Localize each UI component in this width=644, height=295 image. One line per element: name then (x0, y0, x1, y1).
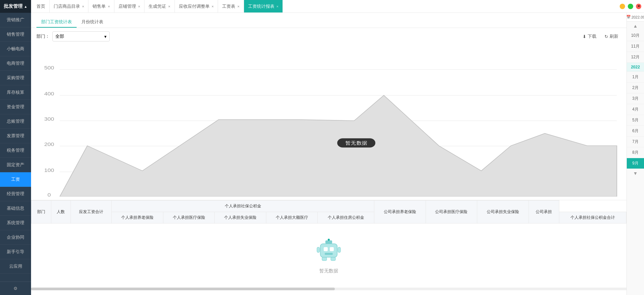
tab-close-icon[interactable]: × (168, 4, 170, 8)
tabs-container: 首页门店商品目录×销售单×店铺管理×生成凭证×应收应付调整单×工资表×工资统计报… (32, 0, 620, 13)
svg-rect-17 (330, 247, 334, 251)
window-controls: ✕ (620, 4, 644, 9)
date-year-marker: 2022 (627, 63, 644, 72)
sidebar-item-经营管理[interactable]: 经营管理 (0, 187, 31, 201)
sidebar-item-总账管理[interactable]: 总账管理 (0, 114, 31, 129)
empty-state: 暂无数据 (31, 224, 626, 288)
empty-icon (315, 237, 342, 264)
tab-销售单[interactable]: 销售单× (88, 0, 114, 13)
sidebar-item-小畅电商[interactable]: 小畅电商 (0, 42, 31, 56)
sub-tab-部门工资统计表[interactable]: 部门工资统计表 (36, 17, 77, 28)
svg-text:暂无数据: 暂无数据 (345, 140, 367, 145)
date-month-11月[interactable]: 11月 (627, 41, 644, 52)
sidebar: 批发管理 ▲ 营销推广销售管理小畅电商电商管理采购管理库存核算资金管理总账管理发… (0, 0, 31, 295)
tab-生成凭证[interactable]: 生成凭证× (144, 0, 175, 13)
sidebar-item-税务管理[interactable]: 税务管理 (0, 143, 31, 158)
sidebar-item-基础信息[interactable]: 基础信息 (0, 201, 31, 216)
maximize-button[interactable] (628, 4, 633, 9)
sidebar-item-采购管理[interactable]: 采购管理 (0, 71, 31, 85)
tab-close-icon[interactable]: × (108, 4, 110, 8)
sub-tab-bar: 部门工资统计表月份统计表 (31, 13, 626, 28)
sidebar-item-固定资产[interactable]: 固定资产 (0, 158, 31, 172)
horizontal-scrollbar[interactable] (31, 288, 626, 290)
tab-工资表[interactable]: 工资表× (218, 0, 244, 13)
sidebar-item-营销推广[interactable]: 营销推广 (0, 13, 31, 27)
tab-门店商品目录[interactable]: 门店商品目录× (50, 0, 88, 13)
svg-rect-16 (324, 247, 328, 251)
date-panel: 📅 2022.09 ▲ 10月11月12月20221月2月3月4月5月6月7月8… (626, 13, 644, 295)
tab-close-icon[interactable]: × (82, 4, 84, 8)
sub-tabs-container: 部门工资统计表月份统计表 (36, 17, 108, 28)
date-month-3月[interactable]: 3月 (627, 93, 644, 104)
tab-close-icon[interactable]: × (237, 4, 239, 8)
sidebar-item-新手引导[interactable]: 新手引导 (0, 245, 31, 259)
sidebar-item-云应用[interactable]: 云应用 (0, 259, 31, 274)
dept-select[interactable]: 全部 ▾ (52, 31, 110, 41)
chart-area: 0 100 200 300 400 500 (31, 45, 626, 200)
date-month-9月[interactable]: 9月 (627, 158, 644, 169)
tab-label: 工资表 (222, 3, 235, 9)
sidebar-header[interactable]: 批发管理 ▲ (0, 0, 31, 13)
svg-text:400: 400 (44, 91, 54, 96)
tab-close-icon[interactable]: × (276, 4, 278, 8)
page-content: 部门工资统计表月份统计表 部门： 全部 ▾ ⬇ 下载 (31, 13, 626, 295)
close-button[interactable]: ✕ (636, 4, 641, 9)
th-company-other: 公司承担 (529, 201, 559, 224)
settings-icon: ⚙ (14, 286, 18, 291)
table-header-row1: 部门 人数 应发工资合计 个人承担社保公积金 公司承担养老保险 公司承担医疗保险… (31, 201, 626, 212)
svg-text:500: 500 (44, 65, 54, 70)
tab-label: 工资统计报表 (248, 3, 274, 9)
date-nav-up[interactable]: ▲ (627, 22, 644, 30)
tab-label: 生成凭证 (149, 3, 166, 9)
action-buttons: ⬇ 下载 ↻ 刷新 (580, 32, 621, 41)
sidebar-item-企业协同[interactable]: 企业协同 (0, 230, 31, 245)
tab-店铺管理[interactable]: 店铺管理× (114, 0, 144, 13)
sidebar-item-销售管理[interactable]: 销售管理 (0, 27, 31, 42)
dept-value: 全部 (55, 33, 64, 39)
sidebar-item-库存核算[interactable]: 库存核算 (0, 85, 31, 100)
tab-close-icon[interactable]: × (212, 4, 214, 8)
minimize-button[interactable] (620, 4, 625, 9)
refresh-button[interactable]: ↻ 刷新 (602, 32, 621, 41)
sidebar-arrow-icon: ▲ (24, 5, 27, 8)
tab-首页[interactable]: 首页 (32, 0, 50, 13)
sidebar-item-资金管理[interactable]: 资金管理 (0, 100, 31, 114)
year-display: 2022.09 (632, 15, 644, 19)
th-company-medical: 公司承担医疗保险 (426, 201, 477, 224)
sidebar-item-电商管理[interactable]: 电商管理 (0, 56, 31, 71)
tab-应收应付调整单[interactable]: 应收应付调整单× (175, 0, 218, 13)
sidebar-title: 批发管理 (4, 3, 23, 9)
tab-close-icon[interactable]: × (138, 4, 140, 8)
date-nav-down[interactable]: ▼ (627, 169, 644, 178)
date-month-10月[interactable]: 10月 (627, 30, 644, 41)
date-month-8月[interactable]: 8月 (627, 147, 644, 158)
sidebar-item-系统管理[interactable]: 系统管理 (0, 216, 31, 230)
date-month-5月[interactable]: 5月 (627, 115, 644, 126)
tab-label: 店铺管理 (118, 3, 136, 9)
date-month-4月[interactable]: 4月 (627, 104, 644, 115)
th-personal-housing-fund: 个人承担住房公积金 (318, 212, 374, 224)
svg-rect-18 (325, 253, 333, 255)
download-label: 下载 (588, 33, 596, 39)
download-button[interactable]: ⬇ 下载 (580, 32, 599, 41)
date-month-1月[interactable]: 1月 (627, 72, 644, 83)
sidebar-items: 营销推广销售管理小畅电商电商管理采购管理库存核算资金管理总账管理发票管理税务管理… (0, 13, 31, 274)
chevron-down-icon: ▾ (104, 34, 107, 39)
table-section[interactable]: 部门 人数 应发工资合计 个人承担社保公积金 公司承担养老保险 公司承担医疗保险… (31, 200, 626, 295)
svg-text:200: 200 (44, 142, 54, 147)
th-dept: 部门 (31, 201, 51, 224)
sidebar-item-工资[interactable]: 工资 (0, 172, 31, 187)
date-month-12月[interactable]: 12月 (627, 52, 644, 63)
sidebar-item-发票管理[interactable]: 发票管理 (0, 129, 31, 143)
th-personal-total: 个人承担社保公积金合计 (559, 212, 626, 224)
sub-tab-月份统计表[interactable]: 月份统计表 (77, 17, 108, 28)
svg-rect-24 (322, 257, 327, 261)
sidebar-footer[interactable]: ⚙ (0, 282, 31, 295)
tab-工资统计报表[interactable]: 工资统计报表× (244, 0, 283, 13)
date-month-7月[interactable]: 7月 (627, 137, 644, 147)
calendar-icon: 📅 (626, 15, 631, 19)
date-panel-year-display: 📅 2022.09 (627, 13, 644, 22)
svg-rect-25 (331, 257, 336, 261)
date-month-2月[interactable]: 2月 (627, 83, 644, 93)
date-month-6月[interactable]: 6月 (627, 126, 644, 137)
